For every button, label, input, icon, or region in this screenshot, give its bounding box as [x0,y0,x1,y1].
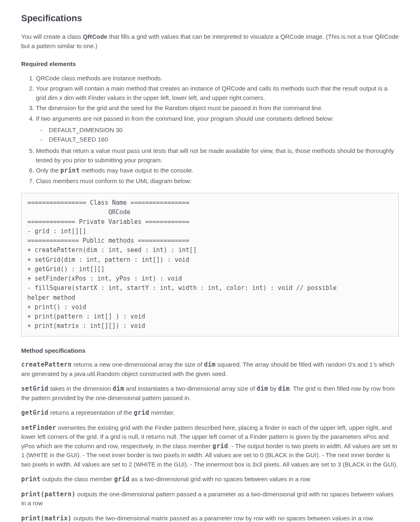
spec-text: by [268,385,278,392]
required-elements-heading: Required elements [21,60,399,69]
param-name: dim [204,361,216,368]
intro-text-a: You will create a class [21,33,83,40]
list-item: Class members must conform to the UML di… [36,177,399,186]
method-name: print(pattern) [21,491,75,498]
param-name: dim [256,385,268,392]
method-name: setGrid [21,385,49,392]
spec-text: outputs the two-dimensional matrix passe… [72,515,373,522]
spec-text: outputs the one-dimensional pattern pass… [21,491,393,507]
intro-classname: QRCode [83,33,107,40]
member-name: grid [114,476,130,483]
setfinder-spec: setFinder overwrites the existing grid w… [21,423,399,469]
method-specifications-heading: Method specifications [21,346,399,356]
list-item-text-a: Only the [36,167,60,174]
print-literal: print [60,167,80,174]
printmatrix-spec: print(matrix) outputs the two-dimensiona… [21,514,399,522]
list-item: Methods that return a value must pass un… [36,146,399,165]
page-title: Specifications [21,11,399,25]
printpattern-spec: print(pattern) outputs the one-dimension… [21,490,399,508]
spec-text: returns a new one-dimensional array the … [72,361,204,368]
spec-text: member. [149,409,175,416]
method-name: getGrid [21,409,49,416]
spec-text: takes in the dimension [49,385,113,392]
list-item-text: If two arguments are not passed in from … [36,115,334,122]
createpattern-spec: createPattern returns a new one-dimensio… [21,360,399,378]
param-name: dim [278,385,290,392]
intro-paragraph: You will create a class QRCode that fill… [21,32,399,51]
list-item: DEFAULT_SEED 160 [49,135,399,144]
spec-text: as a two-dimensional grid with no spaces… [130,476,310,482]
param-name: dim [113,385,124,392]
list-item: Your program will contain a main method … [36,84,399,102]
list-item: Only the print methods may have output t… [36,166,399,175]
print-spec: print outputs the class member grid as a… [21,475,399,484]
list-item-text-b: methods may have output to the console. [80,167,194,174]
list-item: The dimension for the grid and the seed … [36,104,399,113]
spec-text: returns a representation of the [49,409,134,416]
getgrid-spec: getGrid returns a representation of the … [21,408,399,418]
method-name: createPattern [21,361,72,368]
member-name: grid [134,409,149,416]
method-name: setFinder [21,424,56,431]
member-name: grid [212,442,228,450]
method-name: print [21,476,41,483]
required-elements-list: QRCode class methods are instance method… [21,74,399,186]
uml-diagram-code: ================ Class Name ============… [21,193,399,336]
spec-text: and instantiates a two-dimensional array… [124,385,256,392]
method-name: print(matrix) [21,515,72,522]
spec-text: outputs the class member [41,476,114,482]
constants-sublist: DEFAULT_DIMENSION 30 DEFAULT_SEED 160 [36,126,399,144]
list-item: DEFAULT_DIMENSION 30 [49,126,399,135]
setgrid-spec: setGrid takes in the dimension dim and i… [21,384,399,403]
list-item: If two arguments are not passed in from … [36,114,399,144]
list-item: QRCode class methods are instance method… [36,74,399,83]
